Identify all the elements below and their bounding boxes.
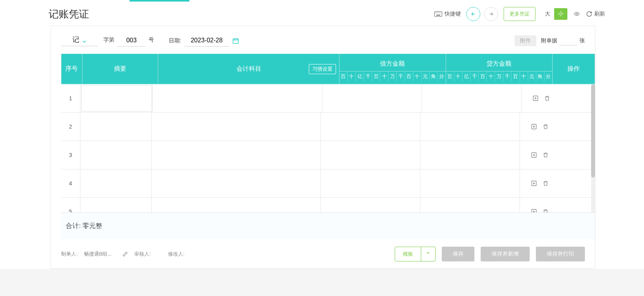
zhang-label: 张 <box>579 37 585 44</box>
reviewer-label: 审核人: <box>134 251 151 258</box>
delete-row-icon[interactable] <box>542 180 549 186</box>
digit-label: 十 <box>348 71 356 82</box>
calendar-icon[interactable] <box>232 37 239 44</box>
digit-label: 千 <box>503 71 511 82</box>
th-summary: 摘要 <box>82 54 158 84</box>
op-cell <box>520 113 560 141</box>
size-small-button[interactable]: 小 <box>554 8 567 20</box>
credit-cell[interactable] <box>420 113 520 141</box>
th-credit: 贷方金额 <box>446 57 552 71</box>
template-label[interactable]: 模板 <box>395 247 421 261</box>
size-big-button[interactable]: 大 <box>541 8 554 20</box>
add-row-icon[interactable] <box>531 152 537 158</box>
maker-label: 制单人: <box>61 251 78 258</box>
digit-label: 十 <box>380 71 388 82</box>
credit-cell[interactable] <box>422 84 522 112</box>
voucher-type-value: 记 <box>72 35 79 44</box>
account-cell[interactable] <box>153 84 322 112</box>
date-input[interactable] <box>184 35 229 47</box>
scrollbar-thumb[interactable] <box>591 84 595 178</box>
digit-label: 角 <box>430 71 438 82</box>
digit-label: 千 <box>364 71 372 82</box>
summary-cell[interactable] <box>80 141 152 169</box>
template-dropdown[interactable] <box>421 247 435 261</box>
refresh-icon <box>586 11 592 17</box>
digit-label: 亿 <box>356 71 364 82</box>
size-toggle[interactable]: 大 小 <box>541 8 567 20</box>
summary-cell[interactable] <box>80 198 152 212</box>
op-cell <box>522 84 561 112</box>
summary-cell[interactable] <box>80 113 152 141</box>
digit-label: 十 <box>520 71 528 82</box>
th-debit: 借方金额 <box>340 57 446 71</box>
next-voucher-button[interactable] <box>484 7 498 21</box>
voucher-number-input[interactable] <box>117 35 145 47</box>
chevron-down-icon <box>82 39 87 44</box>
digit-label: 千 <box>471 71 479 82</box>
svg-point-0 <box>576 13 578 15</box>
shortcut-label: 快捷键 <box>444 10 461 17</box>
debit-cell[interactable] <box>321 169 420 197</box>
credit-cell[interactable] <box>420 141 520 169</box>
seq-cell: 4 <box>61 169 80 197</box>
op-cell <box>520 141 560 169</box>
active-tab-indicator <box>130 0 189 2</box>
delete-row-icon[interactable] <box>542 209 549 212</box>
digit-label: 百 <box>479 71 487 82</box>
digit-label: 角 <box>536 71 544 82</box>
account-cell[interactable] <box>152 141 321 169</box>
digit-label: 百 <box>372 71 380 82</box>
summary-cell[interactable] <box>81 85 152 111</box>
summary-cell[interactable] <box>80 169 152 197</box>
account-cell[interactable] <box>152 169 321 197</box>
op-cell <box>520 169 560 197</box>
eye-icon[interactable] <box>573 11 581 17</box>
total-row: 合计: 零元整 <box>61 212 595 239</box>
add-row-icon[interactable] <box>532 95 539 101</box>
digit-label: 分 <box>438 71 446 82</box>
debit-cell[interactable] <box>321 141 420 169</box>
voucher-type-select[interactable]: 记 <box>61 35 98 46</box>
table-row: 4 <box>61 169 595 198</box>
debit-cell[interactable] <box>321 198 420 212</box>
total-label: 合计: <box>66 222 81 230</box>
save-button[interactable]: 保存 <box>442 247 474 261</box>
save-print-button[interactable]: 保存并打印 <box>536 247 585 261</box>
save-new-button[interactable]: 保存并新增 <box>481 247 530 261</box>
attach-count-input[interactable] <box>560 36 577 45</box>
add-row-icon[interactable] <box>531 180 537 186</box>
table-row: 3 <box>61 141 595 169</box>
delete-row-icon[interactable] <box>542 152 549 158</box>
digit-label: 亿 <box>462 71 471 82</box>
add-row-icon[interactable] <box>531 124 537 130</box>
seq-cell: 1 <box>61 84 80 112</box>
shortcut-button[interactable]: 快捷键 <box>434 10 461 17</box>
seq-cell: 3 <box>61 141 80 169</box>
habit-settings-button[interactable]: 习惯设置 <box>309 64 336 74</box>
debit-cell[interactable] <box>322 84 422 112</box>
prev-voucher-button[interactable] <box>466 7 480 21</box>
table-row: 2 <box>61 113 595 141</box>
table-row: 5 <box>61 198 595 212</box>
delete-row-icon[interactable] <box>544 95 550 101</box>
chevron-down-icon <box>426 251 430 255</box>
digit-label: 万 <box>495 71 503 82</box>
credit-cell[interactable] <box>420 198 520 212</box>
template-button[interactable]: 模板 <box>395 247 436 261</box>
svg-rect-1 <box>233 38 238 43</box>
delete-row-icon[interactable] <box>542 124 549 130</box>
account-cell[interactable] <box>152 198 321 212</box>
attach-doc-label: 附单据 <box>541 37 557 44</box>
refresh-button[interactable]: 刷新 <box>586 10 605 17</box>
seq-cell: 5 <box>61 198 80 212</box>
digit-label: 十 <box>413 71 422 82</box>
account-cell[interactable] <box>152 113 321 141</box>
credit-cell[interactable] <box>420 169 520 197</box>
date-label: 日期: <box>169 37 181 44</box>
debit-cell[interactable] <box>321 113 420 141</box>
more-vouchers-button[interactable]: 更多凭证 <box>504 7 536 21</box>
edit-icon[interactable] <box>122 251 128 257</box>
add-row-icon[interactable] <box>531 209 537 212</box>
keyboard-icon <box>434 11 442 17</box>
arrow-right-icon <box>488 11 494 17</box>
